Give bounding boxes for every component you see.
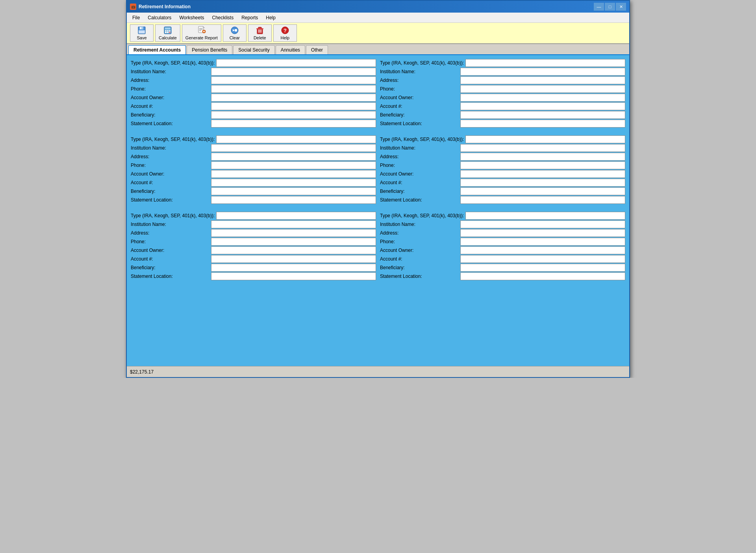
right-col-2: Type (IRA, Keogh, SEP, 401(k), 403(b)): … — [380, 135, 625, 205]
address-input-l2[interactable] — [211, 153, 376, 161]
statement-input-r3[interactable] — [460, 272, 625, 280]
beneficiary-label-l3: Beneficiary: — [131, 265, 209, 270]
close-button[interactable]: ✕ — [616, 3, 626, 11]
acctnum-input-l2[interactable] — [211, 179, 376, 187]
window-controls: — □ ✕ — [594, 3, 626, 11]
tab-social-security[interactable]: Social Security — [233, 45, 274, 54]
menu-file[interactable]: File — [128, 14, 144, 22]
statement-input-l1[interactable] — [211, 120, 376, 128]
generate-report-button[interactable]: Generate Report — [182, 24, 221, 42]
svg-rect-8 — [169, 30, 170, 31]
calculate-button[interactable]: Calculate — [155, 24, 180, 42]
phone-input-l1[interactable] — [211, 85, 376, 93]
phone-input-l3[interactable] — [211, 238, 376, 246]
tab-annuities[interactable]: Annuities — [276, 45, 305, 54]
clear-label: Clear — [230, 35, 240, 40]
acctnum-input-l1[interactable] — [211, 102, 376, 110]
owner-input-r1[interactable] — [460, 94, 625, 102]
svg-rect-7 — [167, 30, 169, 31]
tab-other[interactable]: Other — [306, 45, 328, 54]
institution-label-l1: Institution Name: — [131, 69, 209, 74]
type-input-r2[interactable] — [465, 135, 625, 143]
menu-bar: File Calculators Worksheets Checklists R… — [127, 13, 629, 23]
clear-button[interactable]: Clear — [223, 24, 246, 42]
statement-input-r1[interactable] — [460, 120, 625, 128]
type-input-l1[interactable] — [216, 59, 376, 67]
save-button[interactable]: Save — [130, 24, 154, 42]
menu-reports[interactable]: Reports — [237, 14, 262, 22]
menu-checklists[interactable]: Checklists — [208, 14, 238, 22]
tab-retirement-accounts[interactable]: Retirement Accounts — [128, 45, 186, 54]
institution-input-l3[interactable] — [211, 220, 376, 228]
beneficiary-input-r2[interactable] — [460, 187, 625, 195]
delete-button[interactable]: Delete — [248, 24, 272, 42]
title-bar: 💼 Retirement Information — □ ✕ — [127, 1, 629, 13]
svg-rect-11 — [169, 32, 170, 33]
help-button[interactable]: ? Help — [273, 24, 297, 42]
type-input-l3[interactable] — [216, 212, 376, 220]
beneficiary-label-r3: Beneficiary: — [380, 265, 459, 270]
beneficiary-input-r1[interactable] — [460, 111, 625, 119]
right-col-1: Type (IRA, Keogh, SEP, 401(k), 403(b)): … — [380, 59, 625, 128]
delete-label: Delete — [254, 35, 266, 40]
institution-input-r1[interactable] — [460, 68, 625, 76]
institution-input-r2[interactable] — [460, 144, 625, 152]
institution-input-l2[interactable] — [211, 144, 376, 152]
status-amount: $22,175.17 — [130, 369, 154, 375]
owner-input-r2[interactable] — [460, 170, 625, 178]
beneficiary-input-l3[interactable] — [211, 264, 376, 272]
beneficiary-input-l2[interactable] — [211, 187, 376, 195]
address-input-r1[interactable] — [460, 76, 625, 84]
address-input-r2[interactable] — [460, 153, 625, 161]
phone-input-r3[interactable] — [460, 238, 625, 246]
acctnum-label-l3: Account #: — [131, 256, 209, 262]
address-input-l1[interactable] — [211, 76, 376, 84]
acctnum-input-l3[interactable] — [211, 255, 376, 263]
address-label-r2: Address: — [380, 154, 459, 159]
phone-input-r2[interactable] — [460, 161, 625, 169]
minimize-button[interactable]: — — [594, 3, 604, 11]
type-label-r3: Type (IRA, Keogh, SEP, 401(k), 403(b)): — [380, 213, 464, 218]
address-input-r3[interactable] — [460, 229, 625, 237]
tab-pension-benefits[interactable]: Pension Benefits — [187, 45, 232, 54]
phone-input-l2[interactable] — [211, 161, 376, 169]
statement-input-r2[interactable] — [460, 196, 625, 204]
institution-input-l1[interactable] — [211, 68, 376, 76]
address-input-l3[interactable] — [211, 229, 376, 237]
owner-label-l2: Account Owner: — [131, 171, 209, 177]
acctnum-input-r1[interactable] — [460, 102, 625, 110]
institution-input-r3[interactable] — [460, 220, 625, 228]
left-col-1: Type (IRA, Keogh, SEP, 401(k), 403(b)): … — [131, 59, 376, 128]
svg-rect-25 — [256, 28, 263, 29]
owner-input-l3[interactable] — [211, 246, 376, 254]
owner-input-l1[interactable] — [211, 94, 376, 102]
institution-label-l3: Institution Name: — [131, 222, 209, 227]
phone-label-r1: Phone: — [380, 86, 459, 92]
statement-label-r3: Statement Location: — [380, 274, 459, 279]
type-input-l2[interactable] — [216, 135, 376, 143]
menu-calculators[interactable]: Calculators — [144, 14, 175, 22]
institution-label-r1: Institution Name: — [380, 69, 459, 74]
statement-input-l3[interactable] — [211, 272, 376, 280]
beneficiary-input-l1[interactable] — [211, 111, 376, 119]
clear-icon — [230, 26, 239, 35]
menu-help[interactable]: Help — [262, 14, 280, 22]
acctnum-input-r2[interactable] — [460, 179, 625, 187]
owner-label-l3: Account Owner: — [131, 248, 209, 253]
beneficiary-input-r3[interactable] — [460, 264, 625, 272]
institution-label-l2: Institution Name: — [131, 145, 209, 151]
svg-rect-5 — [165, 28, 170, 30]
menu-worksheets[interactable]: Worksheets — [175, 14, 208, 22]
owner-input-r3[interactable] — [460, 246, 625, 254]
owner-input-l2[interactable] — [211, 170, 376, 178]
svg-rect-2 — [140, 27, 141, 29]
acctnum-input-r3[interactable] — [460, 255, 625, 263]
type-input-r1[interactable] — [465, 59, 625, 67]
phone-input-r1[interactable] — [460, 85, 625, 93]
type-input-r3[interactable] — [465, 212, 625, 220]
calculate-label: Calculate — [159, 35, 177, 40]
statement-input-l2[interactable] — [211, 196, 376, 204]
right-col-3: Type (IRA, Keogh, SEP, 401(k), 403(b)): … — [380, 212, 625, 281]
maximize-button[interactable]: □ — [605, 3, 615, 11]
acctnum-label-l1: Account #: — [131, 104, 209, 109]
